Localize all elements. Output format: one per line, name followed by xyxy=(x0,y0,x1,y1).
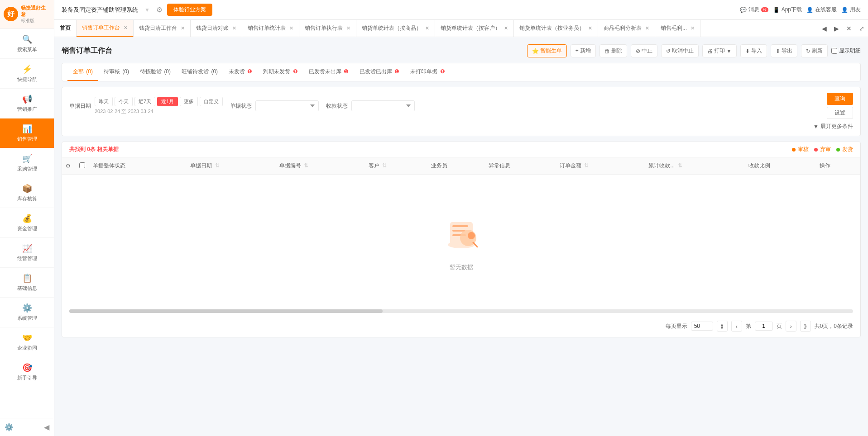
th-collected[interactable]: 累计收款... ⇅ xyxy=(645,157,745,175)
sidebar-item-inventory[interactable]: 📦 库存核算 xyxy=(0,178,54,208)
show-detail-toggle[interactable]: 显示明细 xyxy=(831,47,861,55)
filter-tab-count-red: ❶ xyxy=(247,68,252,75)
date-btn-today[interactable]: 今天 xyxy=(115,97,133,106)
new-btn[interactable]: + 新增 xyxy=(571,44,596,57)
scrollbar-thumb[interactable] xyxy=(69,309,383,313)
th-customer[interactable]: 客户 ⇅ xyxy=(365,157,427,175)
sidebar-item-enterprise[interactable]: 🤝 企业协同 xyxy=(0,327,54,357)
sidebar: 好 畅捷通好生意 标准版 🔍 搜索菜单 ⚡ 快捷导航 📢 营销推广 📊 销售管理… xyxy=(0,0,54,436)
import-btn[interactable]: ⬇ 导入 xyxy=(740,44,767,57)
sidebar-item-basic[interactable]: 📋 基础信息 xyxy=(0,268,54,298)
tab-close-icon[interactable]: ✕ xyxy=(425,25,429,31)
tab-product-margin[interactable]: 商品毛利分析表 ✕ xyxy=(598,20,655,37)
status-select[interactable] xyxy=(255,100,319,111)
ship-action-btn[interactable]: 发货 xyxy=(836,146,853,153)
sidebar-item-sales[interactable]: 📊 销售管理 xyxy=(0,118,54,148)
filter-tab-unshipped[interactable]: 未发货 ❶ xyxy=(223,63,258,81)
filter-tab-pending-review[interactable]: 待审核 (0) xyxy=(98,63,134,81)
select-all-checkbox[interactable] xyxy=(79,162,85,168)
tab-close-icon[interactable]: ✕ xyxy=(588,25,592,31)
tab-close-icon[interactable]: ✕ xyxy=(691,25,695,31)
scrollbar-area[interactable] xyxy=(69,309,853,313)
sidebar-item-purchase[interactable]: 🛒 采购管理 xyxy=(0,148,54,178)
tab-close-icon[interactable]: ✕ xyxy=(645,25,649,31)
settings-icon[interactable]: ⚙️ xyxy=(5,423,14,431)
show-detail-checkbox[interactable] xyxy=(831,48,837,54)
date-btn-1month[interactable]: 近1月 xyxy=(157,97,178,106)
tab-close-icon[interactable]: ✕ xyxy=(346,25,350,31)
sidebar-item-search[interactable]: 🔍 搜索菜单 xyxy=(0,29,54,59)
filter-tab-all[interactable]: 全部 (0) xyxy=(67,63,98,81)
date-btn-custom[interactable]: 自定义 xyxy=(200,97,223,106)
tab-close-icon[interactable]: ✕ xyxy=(504,25,508,31)
collapse-icon[interactable]: ◀ xyxy=(44,423,49,431)
smart-btn[interactable]: ⭐ 智能生单 xyxy=(527,44,567,57)
delete-btn[interactable]: 🗑 删除 xyxy=(599,44,627,57)
payment-select[interactable] xyxy=(351,100,415,111)
sidebar-item-finance[interactable]: 💰 资金管理 xyxy=(0,208,54,238)
tab-cash-reconcile[interactable]: 钱货日清对账 ✕ xyxy=(191,20,242,37)
filter-tab-shipped-no-outstock[interactable]: 已发货未出库 ❶ xyxy=(303,63,354,81)
sidebar-item-marketing[interactable]: 📢 营销推广 xyxy=(0,89,54,118)
sidebar-item-system[interactable]: ⚙️ 系统管理 xyxy=(0,298,54,327)
tab-sales-single-salesperson[interactable]: 销货单统计表（按业务员） ✕ xyxy=(514,20,598,37)
print-btn[interactable]: 🖨 打印 ▼ xyxy=(702,44,737,57)
page-number-input[interactable] xyxy=(755,322,773,331)
date-btn-more[interactable]: 更多 xyxy=(180,97,198,106)
tab-prev-btn[interactable]: ◀ xyxy=(818,23,830,34)
query-btn[interactable]: 查询 xyxy=(827,93,853,105)
tab-sales-more[interactable]: 销售毛利... ✕ xyxy=(655,20,700,37)
th-no[interactable]: 单据编号 ⇅ xyxy=(276,157,365,175)
th-date[interactable]: 单据日期 ⇅ xyxy=(187,157,276,175)
cancel-review-action-btn[interactable]: 弃审 xyxy=(814,146,831,153)
per-page-select[interactable]: 50 100 xyxy=(691,322,713,331)
tab-close-icon[interactable]: ✕ xyxy=(181,25,185,31)
review-action-btn[interactable]: 审核 xyxy=(792,146,809,153)
filter-tab-unprinted[interactable]: 未打印单据 ❶ xyxy=(405,63,450,81)
export-btn[interactable]: ⬆ 导出 xyxy=(771,44,797,57)
th-amount[interactable]: 订单金额 ⇅ xyxy=(556,157,645,175)
tab-close-icon[interactable]: ✕ xyxy=(289,25,293,31)
user-icon: 👤 xyxy=(841,7,848,13)
tab-sales-workbench[interactable]: 销售订单工作台 ✕ xyxy=(77,20,134,37)
tab-sales-single-customer[interactable]: 销货单统计表（按客户） ✕ xyxy=(435,20,514,37)
sidebar-item-quicknav[interactable]: ⚡ 快捷导航 xyxy=(0,59,54,89)
app-download-btn[interactable]: 📱 App下载 xyxy=(773,6,802,14)
tab-sales-execute[interactable]: 销售订单执行表 ✕ xyxy=(299,20,356,37)
filter-tab-overdue-unshipped[interactable]: 到期未发货 ❶ xyxy=(258,63,303,81)
tab-cash-daily[interactable]: 钱货日清工作台 ✕ xyxy=(134,20,191,37)
sidebar-item-label: 营销推广 xyxy=(17,106,37,113)
tab-expand-btn[interactable]: ⤢ xyxy=(855,23,868,34)
message-btn[interactable]: 💬 消息 6 xyxy=(740,6,768,14)
filter-tab-pending-inspect[interactable]: 待拣验货 (0) xyxy=(134,63,176,81)
page-prev-btn[interactable]: ‹ xyxy=(731,321,742,332)
page-last-btn[interactable]: ⟫ xyxy=(800,321,811,332)
user-btn[interactable]: 👤 用友 xyxy=(841,6,861,14)
sidebar-item-guide[interactable]: 🎯 新手引导 xyxy=(0,357,54,387)
experience-btn[interactable]: 体验行业方案 xyxy=(167,4,212,16)
tab-close-all-btn[interactable]: ✕ xyxy=(843,23,855,34)
tab-next-btn[interactable]: ▶ xyxy=(830,23,843,34)
topbar-settings-icon[interactable]: ⚙ xyxy=(156,5,163,14)
filter-tab-shipped-outstock[interactable]: 已发货已出库 ❶ xyxy=(354,63,405,81)
online-service-btn[interactable]: 👤 在线客服 xyxy=(806,6,837,14)
date-btn-7days[interactable]: 近7天 xyxy=(134,97,155,106)
filter-tab-wangpu-ship[interactable]: 旺铺待发货 (0) xyxy=(176,63,223,81)
tab-sales-stats[interactable]: 销售订单统计表 ✕ xyxy=(242,20,299,37)
tab-home-label: 首页 xyxy=(60,24,71,32)
setting-btn[interactable]: 设置 xyxy=(827,107,853,119)
date-btn-yesterday[interactable]: 昨天 xyxy=(95,97,113,106)
expand-btn[interactable]: ▼ 展开更多条件 xyxy=(813,123,853,130)
stop-btn[interactable]: ⊘ 中止 xyxy=(631,44,657,57)
cancel-stop-btn[interactable]: ↺ 取消中止 xyxy=(661,44,699,57)
page-first-btn[interactable]: ⟪ xyxy=(717,321,728,332)
tab-close-icon[interactable]: ✕ xyxy=(124,25,128,31)
tab-close-icon[interactable]: ✕ xyxy=(232,25,236,31)
tab-sales-single-product[interactable]: 销货单统计表（按商品） ✕ xyxy=(356,20,435,37)
refresh-btn[interactable]: ↻ 刷新 xyxy=(801,44,828,57)
th-settings[interactable]: ⚙ xyxy=(62,157,76,175)
page-next-btn[interactable]: › xyxy=(786,321,796,332)
sidebar-item-operations[interactable]: 📈 经营管理 xyxy=(0,238,54,268)
th-checkbox[interactable] xyxy=(76,157,89,175)
tab-home[interactable]: 首页 xyxy=(54,20,77,37)
